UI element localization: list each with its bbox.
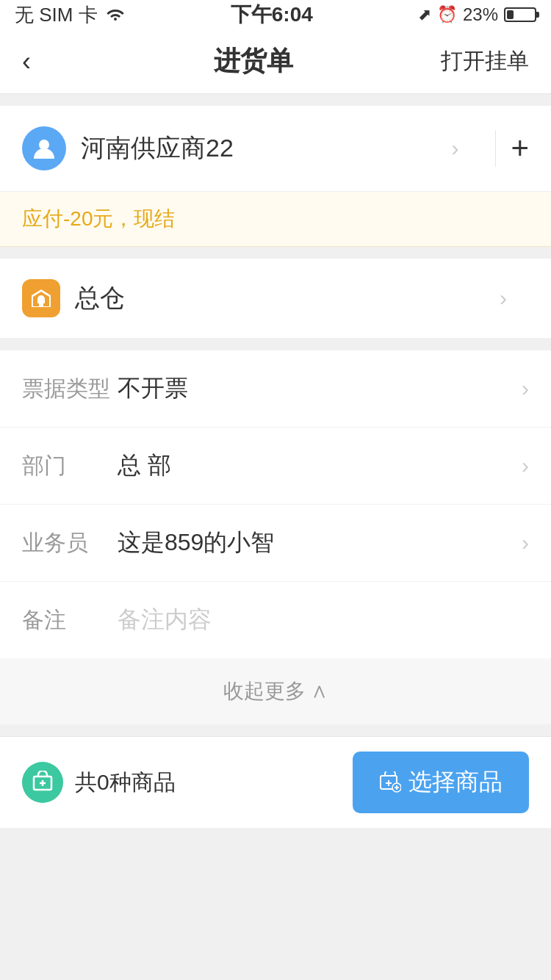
warehouse-name: 总仓 <box>75 281 500 315</box>
location-icon: ⬈ <box>418 5 431 24</box>
add-supplier-button[interactable]: + <box>511 131 529 166</box>
carrier-text: 无 SIM 卡 <box>15 2 98 28</box>
alarm-icon: ⏰ <box>437 5 457 24</box>
warehouse-icon <box>22 279 60 317</box>
salesman-row[interactable]: 业务员 这是859的小智 › <box>0 505 551 582</box>
back-button[interactable]: ‹ <box>22 46 66 77</box>
supplier-avatar <box>22 126 66 170</box>
collapse-row[interactable]: 收起更多 ∧ <box>0 658 551 724</box>
dept-row[interactable]: 部门 总 部 › <box>0 428 551 505</box>
wifi-icon <box>105 4 126 26</box>
product-icon-circle <box>22 762 63 803</box>
status-bar: 无 SIM 卡 下午6:04 ⬈ ⏰ 23% <box>0 0 551 29</box>
warehouse-row[interactable]: 总仓 › <box>0 259 551 339</box>
supplier-row[interactable]: 河南供应商22 › + <box>0 106 551 192</box>
ticket-type-chevron-icon: › <box>522 376 529 401</box>
salesman-value: 这是859的小智 <box>118 527 522 559</box>
salesman-chevron-icon: › <box>522 530 529 555</box>
remark-placeholder: 备注内容 <box>118 604 529 636</box>
dept-label: 部门 <box>22 451 118 481</box>
page-title: 进货单 <box>214 43 293 79</box>
open-pending-button[interactable]: 打开挂单 <box>441 46 529 76</box>
svg-rect-1 <box>39 300 43 306</box>
supplier-section: 河南供应商22 › + 应付-20元，现结 <box>0 106 551 247</box>
dept-chevron-icon: › <box>522 453 529 478</box>
status-time: 下午6:04 <box>231 1 313 29</box>
select-product-label: 选择商品 <box>408 766 503 799</box>
product-count-text: 共0种商品 <box>75 768 176 798</box>
remark-label: 备注 <box>22 605 118 635</box>
remark-row[interactable]: 备注 备注内容 <box>0 582 551 658</box>
status-left: 无 SIM 卡 <box>15 2 126 28</box>
battery-percent: 23% <box>463 4 498 25</box>
supplier-chevron-icon: › <box>451 136 458 161</box>
supplier-notice: 应付-20元，现结 <box>0 192 551 247</box>
nav-bar: ‹ 进货单 打开挂单 <box>0 29 551 94</box>
product-count-area: 共0种商品 <box>22 762 176 803</box>
vertical-divider <box>495 130 496 167</box>
section-gap-3 <box>0 339 551 350</box>
section-gap-1 <box>0 94 551 106</box>
salesman-label: 业务员 <box>22 528 118 558</box>
ticket-type-value: 不开票 <box>118 372 522 405</box>
ticket-type-row[interactable]: 票据类型 不开票 › <box>0 350 551 428</box>
select-product-button[interactable]: 选择商品 <box>353 752 529 813</box>
bottom-bar: 共0种商品 选择商品 <box>0 736 551 828</box>
form-section: 票据类型 不开票 › 部门 总 部 › 业务员 这是859的小智 › 备注 备注… <box>0 350 551 658</box>
battery-icon <box>504 7 536 22</box>
warehouse-chevron-icon: › <box>500 286 507 311</box>
svg-point-0 <box>39 140 49 150</box>
supplier-name: 河南供应商22 <box>81 131 451 165</box>
ticket-type-label: 票据类型 <box>22 374 118 404</box>
section-gap-2 <box>0 247 551 259</box>
main-content: 河南供应商22 › + 应付-20元，现结 总仓 › 票据类型 不开票 › 部门 <box>0 94 551 980</box>
status-right: ⬈ ⏰ 23% <box>418 4 536 25</box>
dept-value: 总 部 <box>118 450 522 482</box>
